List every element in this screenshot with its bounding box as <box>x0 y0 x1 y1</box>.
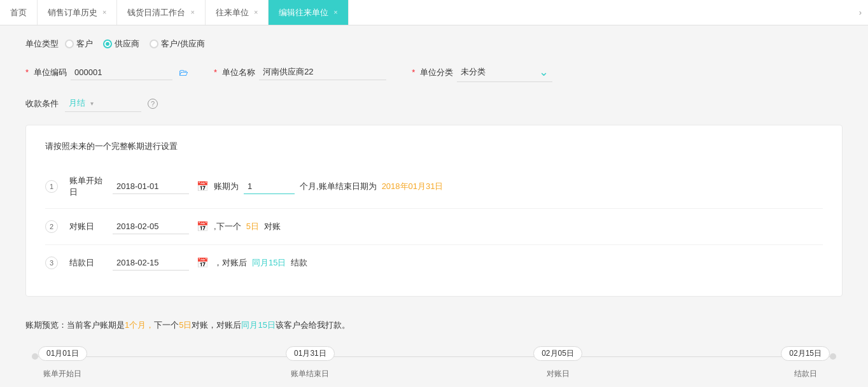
payment-desc-prefix: ，对账后 <box>214 257 247 269</box>
tab-sales-history-label: 销售订单历史 <box>48 7 97 18</box>
node-2-label: 对账日 <box>547 369 570 379</box>
period-end-date: 2018年01月31日 <box>382 181 444 192</box>
preview-middle1: 下一个 <box>154 320 179 330</box>
unit-category-label: 单位分类 <box>420 67 453 78</box>
row-num-1: 1 <box>45 180 58 193</box>
nav-right-icon: › <box>859 8 862 17</box>
tab-partner-unit-close[interactable]: × <box>254 9 258 16</box>
preview-suffix: 该客户会给我打款。 <box>276 320 350 330</box>
tab-home-label: 首页 <box>10 7 27 18</box>
timeline-node-1: 01月31日 账单结束日 <box>286 346 335 379</box>
timeline-container: 01月01日 账单开始日 01月31日 账单结束日 02月05日 对账日 02月… <box>25 346 843 379</box>
timeline-node-3: 02月15日 结款日 <box>781 346 830 379</box>
preview-highlight1: 1个月， <box>125 320 154 330</box>
unit-code-icon[interactable]: 🗁 <box>179 67 188 78</box>
node-1-label: 账单结束日 <box>291 369 329 379</box>
timeline-start-dot <box>32 353 38 360</box>
timeline-node-0: 01月01日 账单开始日 <box>38 346 87 379</box>
unit-name-required: * <box>214 67 217 77</box>
unit-category-select[interactable]: 未分类 ⌄ <box>457 62 552 82</box>
radio-supplier-circle <box>103 39 112 48</box>
period-unit: 个月,账单结束日期为 <box>300 181 377 192</box>
unit-category-group: * 单位分类 未分类 ⌄ <box>412 62 552 82</box>
reconcile-date-cal-icon[interactable]: 📅 <box>197 221 209 232</box>
row-label-1: 账单开始日 <box>69 175 108 198</box>
unit-type-radio-group: 客户 供应商 客户/供应商 <box>65 38 205 50</box>
unit-category-value: 未分类 <box>461 66 539 78</box>
preview-highlight2: 5日 <box>179 320 192 330</box>
setting-row-1: 1 账单开始日 📅 账期为 个月,账单结束日期为 2018年01月31日 <box>45 165 823 209</box>
setting-row-3: 3 结款日 📅 ，对账后 同月15日 结款 <box>45 245 823 281</box>
radio-both-label: 客户/供应商 <box>161 38 205 50</box>
payment-date-input[interactable] <box>113 255 189 271</box>
radio-supplier[interactable]: 供应商 <box>103 38 139 50</box>
tab-sales-history-close[interactable]: × <box>102 9 106 16</box>
preview-prefix: 账期预览：当前客户账期是 <box>25 320 125 330</box>
unit-code-required: * <box>25 67 29 77</box>
unit-type-row: 单位类型 客户 供应商 客户/供应商 <box>25 38 843 50</box>
unit-category-required: * <box>412 67 415 77</box>
panel-title: 请按照未来的一个完整帐期进行设置 <box>45 141 823 152</box>
payment-terms-select[interactable]: 月结 ▾ <box>65 95 141 112</box>
payment-highlight: 同月15日 <box>252 257 286 269</box>
unit-type-label: 单位类型 <box>25 38 59 50</box>
unit-name-label: 单位名称 <box>222 67 255 78</box>
tab-cash-work-close[interactable]: × <box>190 9 194 16</box>
tab-cash-work[interactable]: 钱货日清工作台 × <box>117 0 205 25</box>
preview-text: 账期预览：当前客户账期是1个月，下一个5日对账，对账后同月15日该客户会给我打款… <box>25 320 843 331</box>
start-date-cal-icon[interactable]: 📅 <box>197 181 209 192</box>
tab-partner-unit[interactable]: 往来单位 × <box>206 0 269 25</box>
timeline-nodes: 01月01日 账单开始日 01月31日 账单结束日 02月05日 对账日 02月… <box>38 346 830 379</box>
period-label: 账期为 <box>214 181 239 192</box>
tab-bar: 首页 销售订单历史 × 钱货日清工作台 × 往来单位 × 编辑往来单位 × › <box>0 0 868 25</box>
unit-code-group: * 单位编码 🗁 <box>25 65 188 80</box>
tab-sales-history[interactable]: 销售订单历史 × <box>38 0 117 25</box>
reconcile-desc-prefix: ,下一个 <box>214 221 241 232</box>
preview-middle2: 对账，对账后 <box>192 320 241 330</box>
node-3-date: 02月15日 <box>781 346 830 361</box>
timeline-end-dot <box>830 353 836 360</box>
reconcile-date-input[interactable] <box>113 219 189 234</box>
payment-terms-value: 月结 <box>69 97 85 109</box>
unit-code-label: 单位编码 <box>34 67 67 78</box>
preview-highlight3: 同月15日 <box>241 320 275 330</box>
row-num-2: 2 <box>45 220 58 233</box>
settings-panel: 请按照未来的一个完整帐期进行设置 1 账单开始日 📅 账期为 个月,账单结束日期… <box>25 125 843 297</box>
payment-terms-dropdown-icon: ▾ <box>90 100 94 107</box>
unit-name-input[interactable] <box>259 65 386 80</box>
category-dropdown-icon: ⌄ <box>539 65 549 79</box>
payment-terms-label: 收款条件 <box>25 98 59 109</box>
setting-row-2: 2 对账日 📅 ,下一个 5日 对账 <box>45 209 823 245</box>
node-3-label: 结款日 <box>794 369 817 379</box>
preview-section: 账期预览：当前客户账期是1个月，下一个5日对账，对账后同月15日该客户会给我打款… <box>25 309 843 379</box>
row-label-3: 结款日 <box>69 257 108 269</box>
start-date-input[interactable] <box>113 179 189 194</box>
row-label-2: 对账日 <box>69 221 108 232</box>
radio-both-circle <box>150 39 158 48</box>
content-area: 单位类型 客户 供应商 客户/供应商 * 单位编码 🗁 * 单位名称 <box>0 25 868 387</box>
tab-nav-right[interactable]: › <box>853 0 868 25</box>
unit-name-group: * 单位名称 <box>214 65 386 80</box>
node-1-date: 01月31日 <box>286 346 335 361</box>
tab-home[interactable]: 首页 <box>0 0 38 25</box>
unit-code-input[interactable] <box>71 65 172 80</box>
radio-customer-circle <box>65 39 74 48</box>
radio-customer[interactable]: 客户 <box>65 38 93 50</box>
payment-date-cal-icon[interactable]: 📅 <box>197 257 209 269</box>
unit-info-row: * 单位编码 🗁 * 单位名称 * 单位分类 未分类 ⌄ <box>25 62 843 82</box>
tab-edit-partner-label: 编辑往来单位 <box>279 7 328 18</box>
tab-edit-partner-close[interactable]: × <box>333 9 337 16</box>
payment-terms-help-icon[interactable]: ? <box>148 99 158 109</box>
tab-partner-unit-label: 往来单位 <box>216 7 249 18</box>
tab-edit-partner[interactable]: 编辑往来单位 × <box>269 0 348 25</box>
row-num-3: 3 <box>45 257 58 269</box>
radio-supplier-label: 供应商 <box>115 38 139 50</box>
radio-customer-label: 客户 <box>76 38 93 50</box>
tab-cash-work-label: 钱货日清工作台 <box>127 7 185 18</box>
reconcile-highlight: 5日 <box>246 221 259 232</box>
node-0-date: 01月01日 <box>38 346 87 361</box>
period-months-input[interactable] <box>244 179 295 194</box>
node-2-date: 02月05日 <box>533 346 582 361</box>
radio-both[interactable]: 客户/供应商 <box>150 38 205 50</box>
payment-desc-suffix: 结款 <box>291 257 307 269</box>
